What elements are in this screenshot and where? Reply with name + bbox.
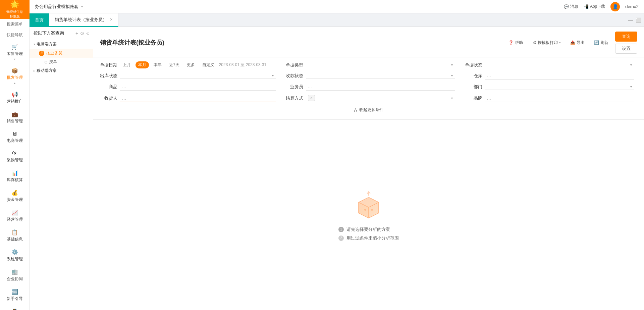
department-selector[interactable]: ▾ [485,84,634,90]
filter-area: 单据日期 上月 本月 本年 近7天 更多 自定义 2023-03-01 至 20… [93,57,644,120]
goods-input[interactable]: ... [120,83,276,91]
date-tab-last-month[interactable]: 上月 [120,61,133,68]
user-name[interactable]: demo2 [625,4,639,9]
topbar-right: 💬 消息 📲 App下载 👤 demo2 [564,2,639,11]
help-button[interactable]: ❓ 帮助 [506,39,526,47]
sidebar-item-ecom[interactable]: 🖥 电商管理 [0,127,29,147]
doctype-down-icon: ▾ [451,63,453,67]
sidebar-item-marketing[interactable]: 📢 营销推广 [0,88,29,108]
tab-maximize-icon[interactable]: ⬜ [636,17,641,23]
collapse-label: 收起更多条件 [359,107,383,113]
tree-item-by-salesperson[interactable]: 员 按业务员 [30,49,93,58]
refresh-button[interactable]: 🔄 刷新 [591,39,611,47]
tree-sub-item-by-order[interactable]: ⊙ 按单 [30,58,93,66]
tab-sales-stat[interactable]: 销货单统计表（按业务员） ✕ [49,13,118,27]
app-download-button[interactable]: 📲 App下载 [584,4,605,9]
date-tab-custom[interactable]: 自定义 [200,61,217,68]
date-tab-more[interactable]: 更多 [184,61,198,68]
panel-edit-button[interactable]: ⊙ [80,31,84,36]
sidebar-item-basic[interactable]: 📋 基础信息 [0,226,29,246]
payment-method-tag-close[interactable]: × [310,96,313,100]
basic-icon: 📋 [11,229,18,236]
tab-home[interactable]: 首页 [30,13,49,27]
template-print-button[interactable]: 🖨 按模板打印 ▾ [530,39,564,47]
ship-selector[interactable]: ▾ [120,73,276,79]
ecom-icon: 🖥 [12,131,17,137]
sidebar-search[interactable]: 搜索菜单 [0,19,29,30]
sidebar-item-company[interactable]: 🏢 企业协同 [0,265,29,285]
company-icon: 🏢 [11,269,18,275]
sidebar-quick-nav[interactable]: 快捷导航 [0,30,29,40]
sidebar-item-operation[interactable]: 📈 经营管理 [0,206,29,226]
warehouse-dots[interactable]: ... [487,73,491,78]
message-label: 消息 [570,4,578,9]
warehouse-label: 仓库 [465,73,485,79]
data-area: 1 请先选择要分析的方案 2 用过滤条件来缩小分析范围 [93,120,644,310]
main-area: 办公用品行业模拟账套 ▾ 💬 消息 📲 App下载 👤 demo2 首页 销货单… [30,0,644,310]
sidebar-item-retail[interactable]: 🛒 零售管理 ▾ [0,40,29,64]
empty-tips: 1 请先选择要分析的方案 2 用过滤条件来缩小分析范围 [338,226,399,241]
sidebar-item-inventory[interactable]: 📊 库存核算 [0,166,29,186]
operation-icon: 📈 [11,209,18,216]
sidebar-item-finance[interactable]: 💰 资金管理 [0,186,29,206]
sidebar-item-label: 批发管理 [7,75,23,81]
date-tab-this-year[interactable]: 本年 [151,61,164,68]
sidebar-item-wholesale[interactable]: 📦 批发管理 ▴ [0,64,29,88]
filter-docstatus-col: 单据状态 ▾ [458,61,637,68]
panel-add-button[interactable]: + [75,31,78,36]
salesperson-label: 业务员 [286,84,306,90]
docstatus-down-icon: ▾ [630,63,632,67]
goods-dots[interactable]: ... [122,84,126,89]
sidebar-item-newbie[interactable]: 🆕 新手引导 [0,285,29,305]
sidebar-item-purchase[interactable]: 🛍 采购管理 [0,147,29,166]
svg-point-1 [371,209,373,211]
brand-dots[interactable]: ... [487,95,491,101]
appstore-icon: 📱 [11,308,18,310]
tree-toggle-icon: ▸ [34,69,35,72]
user-avatar[interactable]: 👤 [610,2,620,11]
panel-collapse-button[interactable]: « [86,31,89,36]
sidebar-item-sales[interactable]: 💼 销售管理 [0,108,29,127]
query-button[interactable]: 查询 [615,32,637,42]
sidebar-item-system[interactable]: ⚙️ 系统管理 [0,246,29,265]
message-button[interactable]: 💬 消息 [564,4,578,9]
right-panel: 销货单统计表(按业务员) ❓ 帮助 🖨 按模板打印 ▾ 📤 导出 [93,27,644,310]
filter-receiver-col: 收货人 ... [100,94,279,102]
filter-salesperson-col: 业务员 ... [279,83,458,91]
tip-num-2: 2 [338,236,344,241]
avatar-image: 👤 [612,4,618,9]
sales-icon: 💼 [11,111,18,117]
brand-input[interactable]: ... [485,94,634,102]
filter-department-col: 部门 ▾ [458,83,637,91]
date-tab-7days[interactable]: 近7天 [166,61,182,68]
salesperson-input[interactable]: ... [306,83,455,91]
receiver-input[interactable]: ... [120,94,276,102]
sidebar-item-label: 系统管理 [7,256,23,262]
salesperson-dots[interactable]: ... [308,84,312,89]
tab-close-icon[interactable]: ✕ [110,17,113,22]
tip-text-1: 请先选择要分析的方案 [346,226,390,232]
tab-minimize-icon[interactable]: — [628,17,633,23]
topbar-dropdown-arrow[interactable]: ▾ [81,5,83,8]
tree-group-mobile-header[interactable]: ▸ 移动端方案 [30,66,93,75]
receiver-dots[interactable]: ... [122,95,126,101]
sidebar-item-label: 零售管理 [7,51,23,57]
export-button[interactable]: 📤 导出 [568,39,587,47]
date-tab-this-month[interactable]: 本月 [136,61,149,68]
doctype-selector[interactable]: ▾ [306,62,455,68]
tip-num-1: 1 [338,227,344,232]
sidebar-item-label: 销售管理 [7,118,23,124]
sidebar-item-label: 营销推广 [7,99,23,104]
payment-status-selector[interactable]: ▾ [306,73,455,79]
tree-group-desktop-header[interactable]: ▾ 电脑端方案 [30,40,93,49]
settings-button[interactable]: 设置 [615,44,637,54]
payment-method-selector[interactable]: × ▾ [306,94,455,102]
filter-payment-col: 收款状态 ▾ [279,72,458,80]
system-icon: ⚙️ [11,249,18,255]
sidebar-item-appstore[interactable]: 📱 应用中心 [0,305,29,310]
warehouse-input[interactable]: ... [485,72,634,80]
docstatus-selector[interactable]: ▾ [485,62,634,68]
sidebar-item-label: 新手引导 [7,296,23,302]
panel-tree: ▾ 电脑端方案 员 按业务员 ⊙ 按单 ▸ 移动端方案 [30,38,93,76]
collapse-button[interactable]: ⋀ 收起更多条件 [354,104,383,115]
